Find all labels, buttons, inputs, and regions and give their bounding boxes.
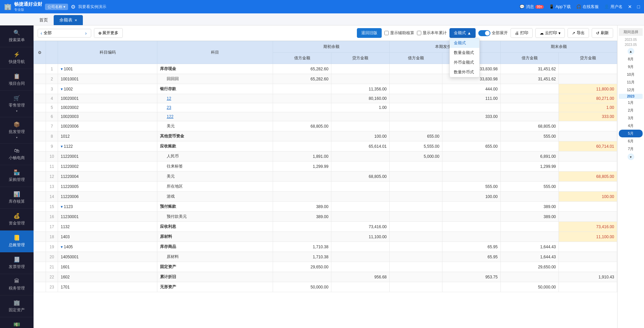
cell-name[interactable]: 原材料 [157, 232, 273, 242]
table-row[interactable]: 510020002231.001.00 [34, 103, 617, 112]
sidebar-item-assets[interactable]: 🏢 固定资产 [0, 296, 34, 317]
cell-name[interactable]: 往来标签 [157, 161, 273, 172]
format-btn[interactable]: 金额式 ▲ [449, 28, 476, 38]
period-feb[interactable]: 2月 [619, 107, 643, 114]
window-minimize-btn[interactable]: □ [637, 4, 640, 9]
table-row[interactable]: 1611230001预付款美元389.00389.00 [34, 212, 617, 222]
account-link[interactable]: 122 [160, 114, 173, 119]
ytd-checkbox[interactable] [417, 31, 421, 35]
format-option-foreign[interactable]: 外币金额式 [450, 58, 479, 67]
period-nov[interactable]: 11月 [619, 78, 643, 86]
collapse-icon[interactable]: ▾ [61, 67, 63, 71]
cell-name[interactable]: 库存商品 [157, 242, 273, 252]
cell-name[interactable]: 美元 [157, 172, 273, 182]
period-jan[interactable]: 1月 [619, 99, 643, 107]
table-row[interactable]: 211601固定资产29,650.0029,650.00 [34, 262, 617, 272]
cell-name[interactable]: 122 [157, 112, 273, 121]
show-aux-check[interactable]: 显示辅助核算 [384, 30, 414, 36]
sidebar-item-invoice[interactable]: 🧾 发票管理 [0, 252, 34, 274]
export-btn[interactable]: ↗ 导出 [568, 28, 589, 38]
table-row[interactable]: 4100200011280,160.00111.0080,271.00 [34, 94, 617, 103]
company-selector[interactable]: 公司名称 ▾ [45, 4, 68, 10]
sidebar-item-inventory[interactable]: 📊 库存核算 [0, 187, 34, 209]
cell-name[interactable]: 其他货币资金 [157, 131, 273, 141]
collapse-icon[interactable]: ▾ [61, 245, 63, 249]
table-row[interactable]: 610020003122333.00333.00 [34, 112, 617, 121]
expand-all-toggle[interactable] [478, 30, 490, 36]
collapse-icon[interactable]: ▾ [61, 144, 63, 149]
sidebar-item-ledger[interactable]: 📒 总账管理 [0, 231, 34, 252]
period-apr[interactable]: 4月 [619, 122, 643, 130]
cell-name[interactable]: 游戏 [157, 192, 273, 202]
format-option-amount[interactable]: 金额式 [450, 38, 479, 48]
cell-name[interactable]: 银行存款 [157, 84, 273, 94]
sidebar-item-search[interactable]: 🔍 搜索菜单 [0, 25, 34, 47]
table-row[interactable]: 2014050001原材料1,710.3865.951,644.43 [34, 252, 617, 262]
online-service-btn[interactable]: 🎧 在线客服 [576, 4, 599, 10]
cell-name[interactable]: 原材料 [157, 252, 273, 262]
app-download-btn[interactable]: 📱 App下载 [549, 4, 571, 10]
account-link[interactable]: 12 [160, 96, 171, 101]
table-row[interactable]: 81012其他货币资金100.00655.00555.00 [34, 131, 617, 141]
cell-name[interactable]: 美元 [157, 121, 273, 131]
sidebar-item-salary[interactable]: 💵 工资 [0, 317, 34, 328]
sidebar-item-ecommerce[interactable]: 🛍 小畅电商 [0, 144, 34, 165]
table-row[interactable]: 1111220002往来标签1,299.991,299.99 [34, 161, 617, 172]
cell-name[interactable]: 固定资产 [157, 262, 273, 272]
period-down-btn[interactable]: ▾ [628, 153, 634, 160]
cell-name[interactable]: 预付款美元 [157, 212, 273, 222]
search-input[interactable] [44, 31, 84, 36]
th-settings[interactable]: ⚙ [34, 41, 46, 64]
cell-name[interactable]: 库存现金 [157, 64, 273, 74]
aux-checkbox[interactable] [384, 31, 389, 35]
cell-name[interactable]: 应收利息 [157, 222, 273, 232]
refresh-btn[interactable]: ↺ 刷新 [592, 28, 613, 38]
cell-name[interactable]: 回回回 [157, 74, 273, 84]
show-ytd-check[interactable]: 显示本年累计 [417, 30, 447, 36]
print-btn[interactable]: 🖨 打印 [511, 28, 533, 38]
period-up-btn[interactable]: ▲ [628, 48, 634, 55]
message-btn[interactable]: 💬 消息 99+ [520, 4, 544, 10]
sidebar-item-project[interactable]: 📋 项目合同 [0, 69, 34, 91]
period-sep[interactable]: 9月 [619, 63, 643, 71]
table-row[interactable]: 1411220006游戏100.00100.00 [34, 192, 617, 202]
table-row[interactable]: 181403原材料11,100.0011,100.00 [34, 232, 617, 242]
table-container[interactable]: ⚙ 科目编码 科目 期初余额 本期发生额 期末余额 借方金额 贷方金额 借方金额… [34, 41, 617, 328]
table-row[interactable]: 710020006美元68,805.0068,805.00 [34, 121, 617, 131]
period-oct[interactable]: 10月 [619, 71, 643, 78]
expand-more-btn[interactable]: ⊕ 展开更多 [94, 28, 123, 38]
period-mar[interactable]: 3月 [619, 114, 643, 122]
sidebar-item-finance[interactable]: 💰 资金管理 [0, 209, 34, 231]
cell-name[interactable]: 所在地区 [157, 182, 273, 192]
format-option-qty-amount[interactable]: 数量金额式 [450, 48, 479, 58]
collapse-icon[interactable]: ▾ [61, 87, 63, 91]
table-row[interactable]: 171132应收利息73,416.0073,416.00 [34, 222, 617, 232]
period-dec[interactable]: 12月 [619, 86, 643, 94]
sidebar-item-wholesale[interactable]: 📦 批发管理 ▾ [0, 117, 34, 144]
user-area[interactable]: 👤 用户名 [604, 4, 623, 10]
search-prev-icon[interactable]: ‹ [41, 30, 42, 36]
cell-name[interactable]: 无形资产 [157, 282, 273, 292]
tab-home[interactable]: 首页 [34, 15, 54, 25]
cell-name[interactable]: 累计折旧 [157, 272, 273, 282]
table-row[interactable]: 19▾ 1405库存商品1,710.3865.951,644.43 [34, 242, 617, 252]
tab-balance[interactable]: 余额表 ✕ [54, 15, 83, 25]
cell-name[interactable]: 12 [157, 94, 273, 103]
period-jun[interactable]: 6月 [619, 137, 643, 145]
settings-icon[interactable]: ⚙ [71, 4, 75, 10]
demo-link[interactable]: 我要看实例演示 [78, 4, 106, 10]
account-link[interactable]: 23 [160, 105, 171, 110]
window-close-btn[interactable]: ✕ [628, 4, 632, 9]
period-may-current[interactable]: 5月 [619, 130, 643, 137]
table-row[interactable]: 221602累计折旧956.68953.751,910.43 [34, 272, 617, 282]
table-row[interactable]: 1211220004美元68,805.0068,805.00 [34, 172, 617, 182]
cell-name[interactable]: 预付账款 [157, 202, 273, 212]
period-aug[interactable]: 8月 [619, 55, 643, 63]
cell-name[interactable]: 应收账款 [157, 141, 273, 151]
table-row[interactable]: 15▾ 1123预付账款389.00389.00 [34, 202, 617, 212]
cell-name[interactable]: 23 [157, 103, 273, 112]
table-row[interactable]: 3▾ 1002银行存款11,356.00444.0011,800.00 [34, 84, 617, 94]
table-row[interactable]: 1▾ 1001库存现金65,282.6033,830.9831,451.62 [34, 64, 617, 74]
sidebar-item-tax[interactable]: 🏛 税务管理 [0, 274, 34, 296]
period-jul[interactable]: 7月 [619, 145, 643, 153]
